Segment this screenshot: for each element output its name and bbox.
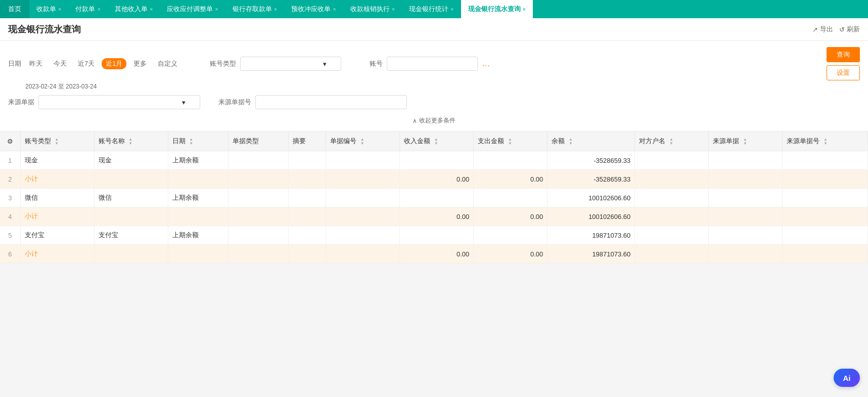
col-expense: 支出金额 ▲▼ [474,131,547,151]
sort-icon[interactable]: ▲▼ [824,138,828,146]
col-doc-no: 单据编号 ▲▼ [326,131,400,151]
header-actions: ↗ 导出 ↺ 刷新 [812,25,860,34]
account-group: 账号 ... [370,57,490,71]
account-type-select[interactable]: ▾ [240,57,341,71]
source-doc-no-label: 来源单据号 [218,98,251,107]
nav-item-fukuan[interactable]: 付款单 × [68,0,107,18]
source-doc-select[interactable]: ▾ [38,95,200,109]
setting-button[interactable]: 设置 [827,65,860,80]
export-button[interactable]: ↗ 导出 [812,25,833,34]
account-type-group: 账号类型 ▾ [210,57,341,71]
table-row[interactable]: 2小计0.000.00-3528659.33 [0,170,868,189]
chevron-down-icon: ▾ [323,60,327,68]
nav-home[interactable]: 首页 [0,0,29,18]
refresh-icon: ↺ [839,26,845,33]
page-title: 现金银行流水查询 [8,23,81,35]
export-icon: ↗ [812,26,818,33]
col-doc-type: 单据类型 [228,131,288,151]
date-range-display: 2023-02-24 至 2023-03-24 [25,82,860,91]
filter-row-1: 日期 昨天 今天 近7天 近1月 更多 自定义 账号类型 ▾ 账号 [8,47,860,80]
refresh-button[interactable]: ↺ 刷新 [839,25,860,34]
date-option-custom[interactable]: 自定义 [154,58,181,69]
close-icon[interactable]: × [58,6,61,12]
sort-icon[interactable]: ▲▼ [508,138,512,146]
header-bar: 现金银行流水查询 ↗ 导出 ↺ 刷新 [0,18,868,41]
date-option-more[interactable]: 更多 [129,58,151,69]
col-account-type: 账号类型 ▲▼ [20,131,94,151]
action-buttons: 查询 设置 [827,47,860,80]
col-summary: 摘要 [288,131,326,151]
sort-icon[interactable]: ▲▼ [743,138,747,146]
nav-item-bank-deposit[interactable]: 银行存取款单 × [225,0,284,18]
date-option-yesterday[interactable]: 昨天 [25,58,47,69]
table-row[interactable]: 4小计0.000.00100102606.60 [0,207,868,226]
nav-item-other-income[interactable]: 其他收入单 × [108,0,160,18]
sort-icon[interactable]: ▲▼ [55,138,59,146]
close-icon[interactable]: × [523,6,526,12]
filter-row-2: 来源单据 ▾ 来源单据号 [8,95,860,109]
collapse-bar[interactable]: ∧ 收起更多条件 [8,114,860,127]
nav-item-shoukuan[interactable]: 收款单 × [29,0,68,18]
date-filter-group: 日期 昨天 今天 近7天 近1月 更多 自定义 [8,58,181,69]
collapse-label: 收起更多条件 [419,116,455,125]
sort-icon[interactable]: ▲▼ [128,138,132,146]
ellipsis-button[interactable]: ... [482,59,490,68]
table-row[interactable]: 1现金现金上期余额-3528659.33 [0,151,868,170]
chevron-down-icon: ▾ [182,99,186,106]
source-doc-no-input[interactable] [255,95,407,109]
table-container: ⚙ 账号类型 ▲▼ 账号名称 ▲▼ 日期 ▲▼ 单据类型 摘要 单据编号 ▲▼ [0,131,868,263]
close-icon[interactable]: × [150,6,153,12]
nav-item-adjust[interactable]: 应收应付调整单 × [160,0,225,18]
nav-item-presale[interactable]: 预收冲应收单 × [284,0,343,18]
filter-area: 日期 昨天 今天 近7天 近1月 更多 自定义 账号类型 ▾ 账号 [0,41,868,131]
date-option-7days[interactable]: 近7天 [74,58,99,69]
date-option-1month[interactable]: 近1月 [102,58,126,69]
source-doc-group: 来源单据 ▾ [8,95,200,109]
col-counterparty: 对方户名 ▲▼ [635,131,709,151]
col-date: 日期 ▲▼ [168,131,228,151]
query-button[interactable]: 查询 [827,47,860,62]
table-row[interactable]: 6小计0.000.0019871073.60 [0,245,868,263]
col-income: 收入金额 ▲▼ [400,131,474,151]
col-account-name: 账号名称 ▲▼ [94,131,168,151]
sort-icon[interactable]: ▲▼ [189,138,193,146]
collapse-icon: ∧ [413,117,417,124]
main-table: ⚙ 账号类型 ▲▼ 账号名称 ▲▼ 日期 ▲▼ 单据类型 摘要 单据编号 ▲▼ [0,131,868,263]
date-range-text: 2023-02-24 至 2023-03-24 [25,83,97,90]
date-option-today[interactable]: 今天 [50,58,71,69]
gear-col-header[interactable]: ⚙ [0,131,20,151]
account-select[interactable] [387,57,478,71]
nav-item-stats[interactable]: 现金银行统计 × [402,0,461,18]
close-icon[interactable]: × [274,6,277,12]
table-header-row: ⚙ 账号类型 ▲▼ 账号名称 ▲▼ 日期 ▲▼ 单据类型 摘要 单据编号 ▲▼ [0,131,868,151]
account-type-label: 账号类型 [210,59,236,68]
top-nav: 首页 收款单 × 付款单 × 其他收入单 × 应收应付调整单 × 银行存取款单 … [0,0,868,18]
close-icon[interactable]: × [392,6,395,12]
close-icon[interactable]: × [215,6,218,12]
sort-icon[interactable]: ▲▼ [360,138,364,146]
col-balance: 余额 ▲▼ [547,131,635,151]
col-source-doc-no: 来源单据号 ▲▼ [783,131,868,151]
sort-icon[interactable]: ▲▼ [669,138,673,146]
close-icon[interactable]: × [333,6,336,12]
close-icon[interactable]: × [97,6,100,12]
date-label: 日期 [8,59,21,68]
source-doc-no-group: 来源单据号 [218,95,407,109]
col-source-doc: 来源单据 ▲▼ [709,131,783,151]
sort-icon[interactable]: ▲▼ [434,138,438,146]
sort-icon[interactable]: ▲▼ [569,138,573,146]
nav-item-flow-query[interactable]: 现金银行流水查询 × [461,0,533,18]
date-options: 昨天 今天 近7天 近1月 更多 自定义 [25,58,181,69]
account-label: 账号 [370,59,383,68]
source-doc-label: 来源单据 [8,98,34,107]
table-row[interactable]: 5支付宝支付宝上期余额19871073.60 [0,226,868,245]
nav-item-verify[interactable]: 收款核销执行 × [343,0,402,18]
table-row[interactable]: 3微信微信上期余额100102606.60 [0,189,868,207]
close-icon[interactable]: × [450,6,453,12]
